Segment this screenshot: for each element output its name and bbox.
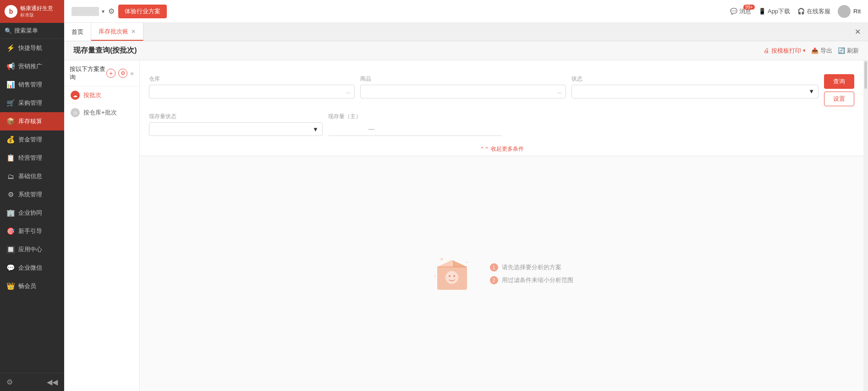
left-panel-header: 按以下方案查询 + ⚙ « xyxy=(64,60,139,87)
sidebar-nav: ⚡ 快捷导航 📢 营销推广 📊 销售管理 🛒 采购管理 📦 库存核算 💰 资金管… xyxy=(0,39,64,373)
add-scheme-button[interactable]: + xyxy=(106,69,115,78)
inventory-icon: 📦 xyxy=(6,117,15,125)
sidebar-item-shortcut[interactable]: ⚡ 快捷导航 xyxy=(0,39,64,57)
stock-quantity-from[interactable] xyxy=(328,125,365,132)
svg-point-5 xyxy=(449,275,450,277)
user-profile[interactable]: Rit xyxy=(838,5,861,18)
sidebar-item-purchase[interactable]: 🛒 采购管理 xyxy=(0,94,64,112)
scheme-by-warehouse-batch[interactable]: ⊙ 按仓库+批次 xyxy=(64,104,139,121)
refresh-icon: 🔄 xyxy=(838,47,845,54)
stock-status-select[interactable]: ▼ xyxy=(149,122,323,136)
svg-point-6 xyxy=(453,275,455,277)
main-area: ▾ ⚙ 体验行业方案 💬 消息 99+ 📱 App下载 🎧 在线客服 Rit xyxy=(64,0,868,391)
stock-quantity-to[interactable] xyxy=(378,125,415,132)
page-title: 现存量查询(按批次) xyxy=(73,46,137,55)
left-panel: 按以下方案查询 + ⚙ « ☁ 按批次 ⊙ xyxy=(64,60,140,391)
collapse-panel-button[interactable]: « xyxy=(130,70,134,77)
scheme-icon-warehouse-batch: ⊙ xyxy=(71,108,80,117)
page-header: 现存量查询(按批次) 🖨 按模板打印 ▾ 📤 导出 🔄 刷新 xyxy=(64,41,868,60)
status-filter: 状态 ▼ xyxy=(571,75,819,98)
service-icon: 🎧 xyxy=(797,8,805,15)
topbar: ▾ ⚙ 体验行业方案 💬 消息 99+ 📱 App下载 🎧 在线客服 Rit xyxy=(64,0,868,23)
goods-filter: 商品 ... xyxy=(360,75,566,98)
sidebar-item-guide[interactable]: 🎯 新手引导 xyxy=(0,222,64,240)
sidebar-item-wechat[interactable]: 💬 企业微信 xyxy=(0,259,64,277)
finance-icon: 💰 xyxy=(6,136,15,144)
stock-status-filter: 现存量状态 ▼ xyxy=(149,113,323,136)
wechat-icon: 💬 xyxy=(6,264,15,272)
status-chevron-icon: ▼ xyxy=(808,88,814,95)
scheme-settings-button[interactable]: ⚙ xyxy=(118,69,127,78)
print-chevron-icon: ▾ xyxy=(803,48,806,54)
sidebar-search-area[interactable]: 🔍 搜索菜单 xyxy=(0,23,64,39)
topbar-gear-icon[interactable]: ⚙ xyxy=(108,7,115,16)
print-icon: 🖨 xyxy=(764,47,769,54)
goods-input[interactable]: ... xyxy=(360,85,566,98)
query-button[interactable]: 查询 xyxy=(824,74,854,89)
empty-step-2: 2 用过滤条件来缩小分析范围 xyxy=(490,276,573,284)
sidebar-item-enterprise[interactable]: 🏢 企业协同 xyxy=(0,204,64,222)
export-button[interactable]: 📤 导出 xyxy=(811,47,832,55)
right-scrollbar[interactable] xyxy=(863,60,868,391)
user-area: ▾ xyxy=(71,7,104,16)
filter-area: 仓库 ... 商品 ... xyxy=(140,60,863,156)
marketing-icon: 📢 xyxy=(6,62,15,71)
messages-badge: 99+ xyxy=(743,5,755,10)
sidebar-item-system[interactable]: ⚙ 系统管理 xyxy=(0,185,64,204)
scrollbar-thumb xyxy=(864,61,867,89)
empty-text-area: 1 请先选择要分析的方案 2 用过滤条件来缩小分析范围 xyxy=(490,263,573,284)
tab-close-icon[interactable]: ✕ xyxy=(131,28,136,35)
messages-action[interactable]: 💬 消息 99+ xyxy=(730,7,751,16)
basic-icon: 🗂 xyxy=(6,172,15,180)
sidebar-item-finance[interactable]: 💰 资金管理 xyxy=(0,130,64,149)
step-2-circle: 2 xyxy=(490,276,498,284)
sales-icon: 📊 xyxy=(6,81,15,89)
sidebar-item-inventory[interactable]: 📦 库存核算 xyxy=(0,112,64,130)
sidebar-footer: ⚙ ◀◀ xyxy=(0,373,64,391)
tab-batch-account[interactable]: 库存批次账 ✕ xyxy=(91,23,143,41)
app-title: 畅康通好生意 标准版 xyxy=(20,5,53,19)
left-panel-actions: + ⚙ « xyxy=(106,69,134,78)
print-template-button[interactable]: 🖨 按模板打印 ▾ xyxy=(764,47,806,55)
user-name-label: Rit xyxy=(853,8,861,15)
search-menu-button[interactable]: 🔍 搜索菜单 xyxy=(5,27,60,35)
warehouse-more-btn[interactable]: ... xyxy=(346,88,351,95)
user-chevron-icon[interactable]: ▾ xyxy=(102,8,104,15)
user-avatar xyxy=(838,5,851,18)
message-icon: 💬 xyxy=(730,8,737,15)
online-service-action[interactable]: 🎧 在线客服 xyxy=(797,7,830,16)
experience-button[interactable]: 体验行业方案 xyxy=(118,5,167,18)
refresh-button[interactable]: 🔄 刷新 xyxy=(838,47,859,55)
sidebar-item-operation[interactable]: 📋 经营管理 xyxy=(0,149,64,167)
sidebar-item-member[interactable]: 👑 畅会员 xyxy=(0,277,64,295)
member-icon: 👑 xyxy=(6,282,15,290)
empty-illustration xyxy=(430,251,476,297)
settings-footer-icon[interactable]: ⚙ xyxy=(6,378,13,386)
scheme-icon-batch: ☁ xyxy=(71,91,80,100)
step-1-circle: 1 xyxy=(490,263,498,272)
sidebar-item-sales[interactable]: 📊 销售管理 xyxy=(0,76,64,94)
stock-status-chevron-icon: ▼ xyxy=(313,126,319,133)
empty-state: 1 请先选择要分析的方案 2 用过滤条件来缩小分析范围 xyxy=(140,156,863,391)
collapse-sidebar-icon[interactable]: ◀◀ xyxy=(47,378,58,386)
settings-button[interactable]: 设置 xyxy=(824,92,854,106)
tab-home[interactable]: 首页 xyxy=(64,23,91,41)
sidebar-item-apps[interactable]: 🔲 应用中心 xyxy=(0,240,64,259)
guide-icon: 🎯 xyxy=(6,227,15,235)
scheme-by-batch[interactable]: ☁ 按批次 xyxy=(64,87,139,104)
app-download-action[interactable]: 📱 App下载 xyxy=(758,7,790,16)
page-close-button[interactable]: ✕ xyxy=(847,27,868,36)
action-buttons: 查询 设置 xyxy=(824,74,854,106)
system-icon: ⚙ xyxy=(6,190,15,199)
warehouse-input[interactable]: ... xyxy=(149,85,355,98)
sidebar-item-basic[interactable]: 🗂 基础信息 xyxy=(0,167,64,185)
collapse-up-icon: ⌃⌃ xyxy=(480,146,489,152)
content-area: 现存量查询(按批次) 🖨 按模板打印 ▾ 📤 导出 🔄 刷新 xyxy=(64,41,868,391)
apps-icon: 🔲 xyxy=(6,245,15,254)
goods-more-btn[interactable]: ... xyxy=(557,88,562,95)
status-select[interactable]: ▼ xyxy=(571,85,819,98)
sidebar-item-marketing[interactable]: 📢 营销推广 xyxy=(0,57,64,76)
topbar-left: ▾ ⚙ 体验行业方案 xyxy=(71,5,725,18)
svg-marker-1 xyxy=(437,260,452,267)
collapse-more-button[interactable]: ⌃⌃ 收起更多条件 xyxy=(149,142,854,156)
